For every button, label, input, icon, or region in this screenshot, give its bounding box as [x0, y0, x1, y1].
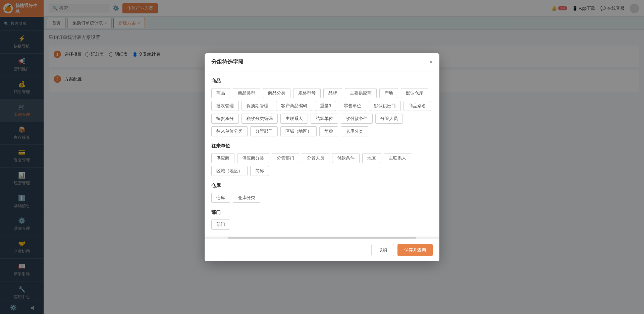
- field-tag-product-7[interactable]: 产地: [379, 88, 398, 98]
- field-tag-product-25[interactable]: 简称: [319, 126, 338, 136]
- modal-title: 分组待选字段: [211, 59, 244, 66]
- field-tag-product-14[interactable]: 默认供应商: [369, 101, 401, 111]
- field-group-product: 商品 商品 商品类型 商品分类 规格型号 品牌 主要供应商 产地 默认仓库 批次…: [211, 78, 433, 136]
- field-tag-product-23[interactable]: 分管部门: [250, 126, 278, 136]
- save-query-button[interactable]: 保存并查询: [397, 244, 433, 256]
- cancel-button[interactable]: 取消: [371, 244, 394, 256]
- field-tag-product-6[interactable]: 主要供应商: [345, 88, 377, 98]
- modal-footer: 取消 保存并查询: [205, 239, 439, 261]
- field-tag-warehouse-1[interactable]: 仓库: [211, 193, 230, 203]
- field-tag-partner-8[interactable]: 区域（地区）: [211, 166, 248, 176]
- modal-overlay: 分组待选字段 × 商品 商品 商品类型 商品分类 规格型号: [44, 29, 644, 314]
- field-tag-product-16[interactable]: 拣货积分: [211, 114, 239, 124]
- field-tag-department-1[interactable]: 部门: [211, 219, 230, 230]
- modal: 分组待选字段 × 商品 商品 商品类型 商品分类 规格型号: [205, 53, 439, 261]
- modal-close-button[interactable]: ×: [429, 59, 433, 66]
- field-tag-product-22[interactable]: 往来单位分类: [211, 126, 248, 136]
- field-tag-product-13[interactable]: 零售单位: [339, 101, 366, 111]
- field-group-product-title: 商品: [211, 78, 433, 84]
- field-group-department: 部门 部门: [211, 209, 433, 230]
- field-tag-product-2[interactable]: 商品类型: [233, 88, 260, 98]
- field-tag-product-17[interactable]: 税收分类编码: [241, 114, 278, 124]
- field-tag-partner-3[interactable]: 分管部门: [272, 153, 299, 163]
- field-tag-warehouse-2[interactable]: 仓库分类: [233, 193, 260, 203]
- field-tag-product-5[interactable]: 品牌: [323, 88, 342, 98]
- field-tags-product: 商品 商品类型 商品分类 规格型号 品牌 主要供应商 产地 默认仓库 批次管理 …: [211, 88, 433, 136]
- field-tag-product-10[interactable]: 保质期管理: [241, 101, 273, 111]
- modal-header: 分组待选字段 ×: [205, 53, 439, 71]
- modal-horizontal-scrollbar[interactable]: [205, 237, 439, 239]
- field-group-partner-title: 往来单位: [211, 143, 433, 149]
- field-tag-partner-2[interactable]: 供应商分类: [237, 153, 269, 163]
- field-tag-partner-1[interactable]: 供应商: [211, 153, 234, 163]
- field-tag-partner-5[interactable]: 付款条件: [332, 153, 360, 163]
- field-group-warehouse-title: 仓库: [211, 183, 433, 189]
- field-tag-product-3[interactable]: 商品分类: [263, 88, 290, 98]
- modal-body[interactable]: 商品 商品 商品类型 商品分类 规格型号 品牌 主要供应商 产地 默认仓库 批次…: [205, 71, 439, 237]
- modal-hscroll-thumb: [228, 237, 416, 239]
- field-tag-product-19[interactable]: 结算单位: [311, 114, 338, 124]
- field-tag-partner-9[interactable]: 简称: [250, 166, 269, 176]
- field-tags-department: 部门: [211, 219, 433, 230]
- field-tag-product-4[interactable]: 规格型号: [293, 88, 321, 98]
- field-group-department-title: 部门: [211, 209, 433, 215]
- field-tag-product-15[interactable]: 商品别名: [404, 101, 431, 111]
- field-tag-product-11[interactable]: 客户商品编码: [276, 101, 312, 111]
- field-tags-warehouse: 仓库 仓库分类: [211, 193, 433, 203]
- field-tag-partner-4[interactable]: 分管人员: [302, 153, 329, 163]
- field-tag-product-21[interactable]: 分管人员: [375, 114, 403, 124]
- main-content: 🔍 ⚙️ 体验行业方案 🔔 99+ 📱 App下载 💬 在线客服: [44, 0, 644, 314]
- field-tags-partner: 供应商 供应商分类 分管部门 分管人员 付款条件 地区 主联系人 区域（地区） …: [211, 153, 433, 176]
- field-tag-partner-7[interactable]: 主联系人: [384, 153, 411, 163]
- field-tag-product-1[interactable]: 商品: [211, 88, 230, 98]
- page-content: 采购订单统计表方案设置 1 选择模板 汇总表 明细表 交叉统计表 2 方案配置: [44, 29, 644, 314]
- field-tag-product-12[interactable]: 重量3: [315, 101, 336, 111]
- field-tag-product-8[interactable]: 默认仓库: [401, 88, 428, 98]
- field-group-warehouse: 仓库 仓库 仓库分类: [211, 183, 433, 203]
- field-group-partner: 往来单位 供应商 供应商分类 分管部门 分管人员 付款条件 地区 主联系人 区域…: [211, 143, 433, 176]
- field-tag-product-18[interactable]: 主联系人: [280, 114, 308, 124]
- field-tag-product-20[interactable]: 收付款条件: [341, 114, 373, 124]
- field-tag-product-9[interactable]: 批次管理: [211, 101, 239, 111]
- field-tag-partner-6[interactable]: 地区: [362, 153, 381, 163]
- field-tag-product-24[interactable]: 区域（地区）: [280, 126, 317, 136]
- field-tag-product-26[interactable]: 仓库分类: [341, 126, 368, 136]
